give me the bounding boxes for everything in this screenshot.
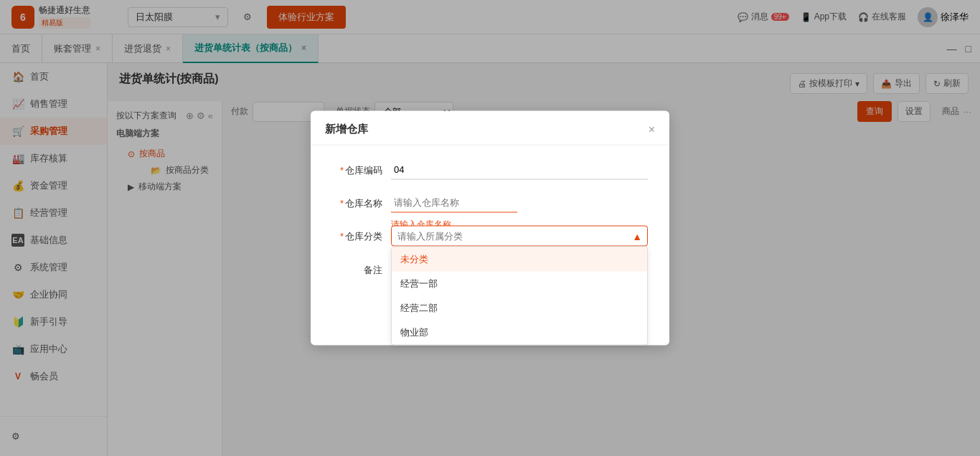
dialog-title: 新增仓库: [325, 123, 368, 136]
warehouse-name-label: 仓库名称: [332, 193, 382, 210]
dropdown-option-dept1[interactable]: 经营一部: [392, 272, 647, 296]
dialog-header: 新增仓库 ×: [311, 111, 669, 146]
dialog-close-button[interactable]: ×: [649, 123, 655, 136]
warehouse-code-row: 仓库编码: [332, 160, 648, 180]
remark-label: 备注: [332, 260, 382, 277]
warehouse-code-label: 仓库编码: [332, 160, 382, 177]
warehouse-name-row: 仓库名称 请输入仓库名称: [332, 193, 648, 213]
category-select-wrapper: ▲ 未分类 经营一部 经营二部 物业部: [391, 226, 648, 247]
new-warehouse-dialog: 新增仓库 × 仓库编码 仓库名称 请输入仓库名称 仓库分类 ▲ 未分类: [311, 111, 669, 346]
dropdown-option-dept3[interactable]: 物业部: [392, 320, 647, 345]
warehouse-code-input[interactable]: [391, 160, 648, 180]
category-dropdown: 未分类 经营一部 经营二部 物业部: [391, 247, 648, 346]
warehouse-category-input[interactable]: [391, 226, 648, 247]
dropdown-option-uncategorized[interactable]: 未分类: [392, 247, 647, 272]
warehouse-category-label: 仓库分类: [332, 226, 382, 243]
dropdown-option-dept2[interactable]: 经营二部: [392, 296, 647, 320]
warehouse-name-input[interactable]: [391, 193, 517, 213]
dialog-body: 仓库编码 仓库名称 请输入仓库名称 仓库分类 ▲ 未分类 经营一部 经营二部: [311, 146, 669, 307]
warehouse-category-row: 仓库分类 ▲ 未分类 经营一部 经营二部 物业部: [332, 226, 648, 247]
